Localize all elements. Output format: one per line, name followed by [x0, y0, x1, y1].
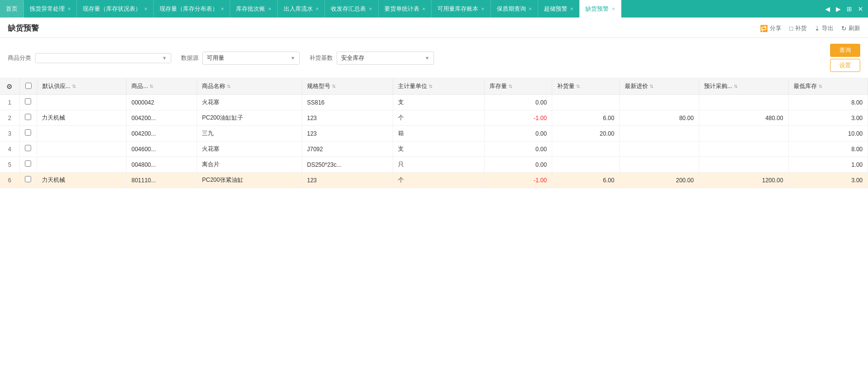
- tab-close-available-ledger[interactable]: ×: [481, 6, 484, 12]
- tab-next-button[interactable]: ▶: [833, 3, 844, 15]
- th-gear[interactable]: ⚙: [0, 78, 19, 95]
- td-spec: DS250*23c...: [302, 157, 393, 173]
- th-estimated-purchase[interactable]: 预计采购... ⇅: [699, 78, 788, 95]
- td-min-stock: 1.00: [788, 157, 868, 173]
- td-estimated-purchase: [699, 126, 788, 141]
- page-title: 缺货预警: [8, 23, 39, 34]
- td-checkbox[interactable]: [20, 141, 37, 155]
- tab-inout-flow[interactable]: 出入库流水 ×: [278, 0, 325, 18]
- refresh-button[interactable]: ↻ 刷新: [841, 24, 860, 33]
- tab-close-receive-summary[interactable]: ×: [369, 6, 372, 12]
- filter-bar: 商品分类 ▼ 数据源 可用量 ▼ 补货基数 安全库存 ▼ 查询 设置: [0, 38, 868, 78]
- tab-shortage[interactable]: 缺货预警 ×: [579, 0, 621, 18]
- tab-close-inout-flow[interactable]: ×: [316, 6, 319, 12]
- td-estimated-purchase: 1200.00: [699, 173, 788, 188]
- tab-closeall-button[interactable]: ✕: [855, 3, 866, 15]
- tab-close-overstock[interactable]: ×: [570, 6, 573, 12]
- td-min-stock: 8.00: [788, 141, 868, 157]
- tab-close-inventory-status[interactable]: ×: [144, 6, 147, 12]
- td-stock-qty: -1.00: [485, 173, 552, 188]
- table-row: 4004600...火花塞J7092支0.008.00: [0, 141, 868, 157]
- replenish-basis-select[interactable]: 安全库存 ▼: [337, 52, 434, 65]
- th-product-code[interactable]: 商品... ⇅: [127, 78, 197, 95]
- th-spec[interactable]: 规格型号 ⇅: [302, 78, 393, 95]
- tab-expiry-query[interactable]: 保质期查询 ×: [491, 0, 538, 18]
- table-row: 6力天机械801110...PC200张紧油缸123个-1.006.00200.…: [0, 173, 868, 188]
- row-checkbox[interactable]: [25, 114, 31, 120]
- table-header-row: ⚙ 默认供应... ⇅ 商品... ⇅: [0, 78, 868, 95]
- td-checkbox[interactable]: [20, 126, 37, 139]
- tab-exception[interactable]: 拣货异常处理 ×: [24, 0, 77, 18]
- tab-close-expiry-query[interactable]: ×: [529, 6, 532, 12]
- td-spec: J7092: [302, 141, 393, 157]
- td-checkbox[interactable]: [20, 110, 37, 123]
- page-content: 缺货预警 🔁 分享 □ 补货 ⇣ 导出 ↻ 刷新 商品分类: [0, 18, 868, 387]
- td-product-name: 火花塞: [197, 141, 302, 157]
- td-product-code: 004600...: [127, 141, 197, 157]
- td-estimated-purchase: [699, 157, 788, 173]
- category-select[interactable]: ▼: [35, 53, 171, 63]
- tab-batch-account[interactable]: 库存批次账 ×: [230, 0, 277, 18]
- replenish-button[interactable]: □ 补货: [789, 24, 807, 33]
- tab-restore-button[interactable]: ⊞: [844, 3, 855, 15]
- tab-close-inventory-dist[interactable]: ×: [221, 6, 224, 12]
- row-checkbox[interactable]: [25, 98, 31, 105]
- category-label: 商品分类: [8, 54, 31, 62]
- th-product-name[interactable]: 商品名称 ⇅: [197, 78, 302, 95]
- tab-inventory-dist[interactable]: 现存量（库存分布表） ×: [154, 0, 230, 18]
- tab-overstock[interactable]: 超储预警 ×: [538, 0, 579, 18]
- th-latest-price[interactable]: 最新进价 ⇅: [619, 78, 699, 95]
- sort-stock-icon: ⇅: [508, 84, 512, 89]
- tab-home[interactable]: 首页: [0, 0, 24, 18]
- td-min-stock: 3.00: [788, 173, 868, 188]
- td-checkbox[interactable]: [20, 95, 37, 108]
- tab-close-shortage[interactable]: ×: [612, 6, 615, 12]
- category-chevron-icon: ▼: [162, 55, 167, 61]
- td-min-stock: 8.00: [788, 95, 868, 110]
- gear-settings-icon[interactable]: ⚙: [6, 83, 13, 90]
- row-checkbox[interactable]: [25, 145, 31, 151]
- th-unit[interactable]: 主计量单位 ⇅: [393, 78, 485, 95]
- td-stock-qty: 0.00: [485, 95, 552, 110]
- share-button[interactable]: 🔁 分享: [760, 24, 781, 33]
- sort-min-stock-icon: ⇅: [818, 84, 822, 89]
- tab-prev-button[interactable]: ◀: [822, 3, 833, 15]
- row-checkbox[interactable]: [25, 176, 31, 182]
- td-estimated-purchase: [699, 95, 788, 110]
- select-all-checkbox[interactable]: [25, 83, 32, 89]
- table-row: 2力天机械004200...PC200油缸缸子123个-1.006.0080.0…: [0, 110, 868, 126]
- td-unit: 支: [393, 95, 485, 110]
- td-default-supplier: [37, 95, 127, 110]
- td-stock-qty: 0.00: [485, 141, 552, 157]
- th-default-supplier[interactable]: 默认供应... ⇅: [37, 78, 127, 95]
- replenish-basis-select-value: 安全库存: [341, 54, 364, 62]
- td-checkbox[interactable]: [20, 157, 37, 170]
- settings-button[interactable]: 设置: [830, 59, 860, 72]
- tab-order-stats[interactable]: 要货单统计表 ×: [379, 0, 432, 18]
- td-latest-price: [619, 141, 699, 157]
- datasource-select[interactable]: 可用量 ▼: [202, 52, 300, 65]
- filter-group-replenish-basis: 补货基数 安全库存 ▼: [309, 52, 434, 65]
- td-product-code: 004800...: [127, 157, 197, 173]
- tab-close-exception[interactable]: ×: [68, 6, 71, 12]
- tab-available-ledger[interactable]: 可用量库存账本 ×: [432, 0, 490, 18]
- export-button[interactable]: ⇣ 导出: [814, 24, 833, 33]
- tab-close-order-stats[interactable]: ×: [422, 6, 425, 12]
- td-product-code: 0000042: [127, 95, 197, 110]
- td-row-num: 6: [0, 173, 19, 188]
- tab-receive-summary[interactable]: 收发存汇总表 ×: [325, 0, 378, 18]
- th-checkbox: [19, 78, 37, 95]
- tab-close-batch-account[interactable]: ×: [268, 6, 271, 12]
- row-checkbox[interactable]: [25, 129, 31, 136]
- td-product-code: 801110...: [127, 173, 197, 188]
- th-replenish-qty[interactable]: 补货量 ⇅: [552, 78, 619, 95]
- td-checkbox[interactable]: [20, 173, 37, 186]
- sort-replenish-icon: ⇅: [576, 84, 580, 89]
- th-min-stock[interactable]: 最低库存 ⇅: [788, 78, 868, 95]
- tab-inventory-status[interactable]: 现存量（库存状况表） ×: [77, 0, 153, 18]
- sort-name-icon: ⇅: [227, 84, 231, 89]
- table-container: ⚙ 默认供应... ⇅ 商品... ⇅: [0, 78, 868, 188]
- row-checkbox[interactable]: [25, 160, 31, 167]
- query-button[interactable]: 查询: [830, 44, 860, 57]
- th-stock-qty[interactable]: 库存量 ⇅: [485, 78, 552, 95]
